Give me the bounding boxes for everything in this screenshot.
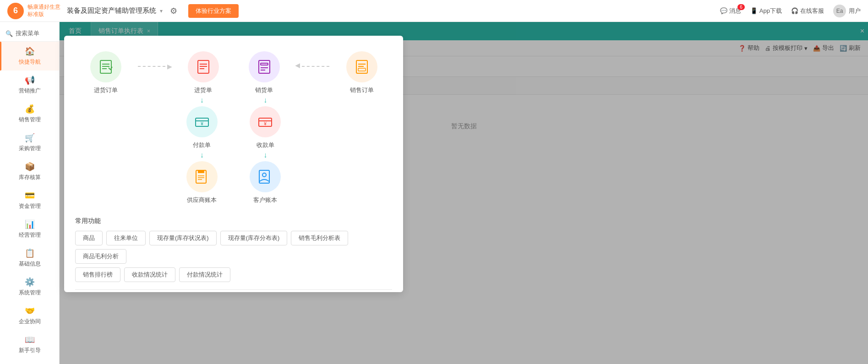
sales-order-circle	[346, 51, 377, 82]
operations-icon: 📊	[25, 219, 35, 229]
top-bar: 6 畅康通好生意 标准版 装备及固定资产辅助管理系统 ▾ ⚙ 体验行业方案 💬 …	[0, 0, 868, 22]
payment-bill-circle: ¥	[186, 106, 218, 137]
newbie-icon: 📖	[25, 335, 35, 345]
search-label: 搜索菜单	[16, 29, 39, 38]
sidebar-item-enterprise[interactable]: 🤝 企业协同	[0, 301, 59, 330]
sidebar-search[interactable]: 🔍 搜索菜单	[0, 26, 59, 42]
arrow-left-icon: ▶	[295, 63, 300, 70]
sales-icon: 💰	[25, 104, 35, 114]
marketing-icon: 📢	[25, 75, 35, 85]
sidebar-item-newbie[interactable]: 📖 新手引导	[0, 330, 59, 359]
svg-text:¥: ¥	[200, 121, 203, 126]
flow-node-payment-bill[interactable]: ¥ 付款单	[170, 106, 234, 149]
flow-node-supplier-account[interactable]: 供应商账本	[170, 161, 234, 204]
flow-node-sales-order[interactable]: 销售订单	[331, 51, 392, 94]
system-title: 装备及固定资产辅助管理系统	[67, 6, 156, 15]
svg-rect-23	[198, 170, 204, 173]
sidebar-item-basic-info[interactable]: 📋 基础信息	[0, 244, 59, 272]
sidebar-item-quick-nav[interactable]: 🏠 快捷导航	[0, 42, 59, 71]
func-btn-sales-ranking[interactable]: 销售排行榜	[75, 267, 120, 282]
settings-icon[interactable]: ⚙	[170, 6, 177, 16]
sales-order-label: 销售订单	[350, 86, 374, 94]
customer-account-circle	[250, 161, 281, 192]
common-functions-section: 常用功能 商品 往来单位 现存量(库存状况表) 现存量(库存分布表) 销售毛利分…	[75, 213, 392, 289]
supplier-account-circle	[186, 161, 218, 192]
svg-rect-8	[259, 60, 270, 73]
sidebar: 🔍 搜索菜单 🏠 快捷导航 📢 营销推广 💰 销售管理 🛒 采购管理 📦 库存核…	[0, 22, 60, 364]
func-btn-stock-dist[interactable]: 现存量(库存分布表)	[220, 231, 288, 245]
user-label: 用户	[849, 7, 861, 15]
payment-bill-label: 付款单	[193, 141, 211, 149]
sales-bill-label: 销货单	[255, 86, 273, 94]
func-btn-sales-profit[interactable]: 销售毛利分析表	[291, 231, 348, 245]
sidebar-item-purchase[interactable]: 🛒 采购管理	[0, 128, 59, 157]
sidebar-item-operations[interactable]: 📊 经营管理	[0, 215, 59, 244]
svg-text:¥: ¥	[263, 121, 267, 126]
purchase-order-circle	[90, 51, 121, 82]
sidebar-label-newbie: 新手引导	[19, 347, 41, 354]
svg-rect-15	[358, 68, 366, 71]
arrow-sales-order-to-bill: ▶	[295, 63, 331, 83]
supplier-account-label: 供应商账本	[187, 196, 217, 204]
trial-button[interactable]: 体验行业方案	[188, 4, 239, 18]
func-btn-product[interactable]: 商品	[75, 231, 103, 245]
func-btn-partner[interactable]: 往来单位	[106, 231, 146, 245]
scroll-right-icon[interactable]: ▶	[384, 292, 388, 292]
user-menu[interactable]: Ea 用户	[833, 5, 861, 17]
sidebar-item-system[interactable]: ⚙️ 系统管理	[0, 272, 59, 301]
down-arrows-row-2: ↓ ↓	[75, 149, 392, 161]
purchase-bill-label: 进货单	[194, 86, 212, 94]
flow-row-1: 进货订单 ▶	[75, 51, 392, 94]
receipt-bill-circle: ¥	[250, 106, 281, 137]
online-service-button[interactable]: 🎧 在线客服	[791, 7, 824, 15]
finance-icon: 💳	[25, 190, 35, 201]
basic-info-icon: 📋	[25, 248, 35, 258]
down-arrow-receipt: ↓	[234, 149, 297, 161]
down-arrow-sales: ↓	[234, 94, 297, 106]
func-btn-product-profit[interactable]: 商品毛利分析	[75, 249, 126, 264]
sidebar-label-operations: 经营管理	[19, 231, 41, 239]
flow-node-customer-account[interactable]: 客户账本	[234, 161, 297, 204]
user-avatar: Ea	[833, 5, 846, 17]
app-download-button[interactable]: 📱 App下载	[750, 7, 782, 15]
flow-node-purchase-order[interactable]: 进货订单	[75, 51, 136, 94]
search-icon: 🔍	[5, 30, 13, 37]
sidebar-label-inventory: 库存核算	[19, 174, 41, 181]
flow-node-purchase-bill[interactable]: 进货单	[173, 51, 234, 94]
arrow-purchase-order-to-bill: ▶	[136, 63, 173, 83]
scroll-left-icon[interactable]: ◀	[79, 292, 83, 292]
flow-row-2: ¥ 付款单 ¥ 收款单	[75, 106, 392, 149]
sidebar-label-system: 系统管理	[19, 289, 41, 297]
func-buttons-row-2: 销售排行榜 收款情况统计 付款情况统计	[75, 267, 392, 282]
enterprise-icon: 🤝	[25, 306, 35, 316]
sidebar-item-inventory[interactable]: 📦 库存核算	[0, 157, 59, 186]
popup-overlay[interactable]: 进货订单 ▶	[60, 22, 868, 364]
purchase-bill-circle	[188, 51, 219, 82]
func-btn-receipt-stats[interactable]: 收款情况统计	[124, 267, 175, 282]
flow-node-receipt-bill[interactable]: ¥ 收款单	[234, 106, 297, 149]
flow-diagram: 进货订单 ▶	[75, 47, 392, 213]
sidebar-label-finance: 资金管理	[19, 202, 41, 210]
sidebar-label-enterprise: 企业协同	[19, 318, 41, 326]
sidebar-item-marketing[interactable]: 📢 营销推广	[0, 71, 59, 99]
sales-bill-circle	[249, 51, 280, 82]
inventory-icon: 📦	[25, 162, 35, 172]
arrow-right-icon: ▶	[167, 63, 172, 70]
dropdown-arrow-icon[interactable]: ▾	[160, 8, 163, 14]
quick-nav-popup: 进货订单 ▶	[64, 36, 403, 292]
func-buttons-row-1: 商品 往来单位 现存量(库存状况表) 现存量(库存分布表) 销售毛利分析表 商品…	[75, 231, 392, 264]
customer-account-label: 客户账本	[253, 196, 277, 204]
func-btn-stock-status[interactable]: 现存量(库存状况表)	[149, 231, 217, 245]
logo-text: 畅康通好生意 标准版	[27, 4, 60, 18]
home-icon: 🏠	[25, 46, 35, 56]
down-arrow-purchase: ↓	[170, 94, 234, 106]
system-title-area: 装备及固定资产辅助管理系统 ▾ ⚙ 体验行业方案	[67, 4, 720, 18]
message-badge: 6	[737, 4, 745, 10]
phone-icon: 📱	[750, 7, 758, 14]
svg-point-28	[262, 173, 266, 177]
message-button[interactable]: 💬 消息 6	[720, 7, 741, 15]
func-btn-payment-stats[interactable]: 付款情况统计	[179, 267, 230, 282]
sidebar-item-finance[interactable]: 💳 资金管理	[0, 186, 59, 215]
sidebar-item-sales[interactable]: 💰 销售管理	[0, 99, 59, 128]
flow-node-sales-bill[interactable]: 销货单	[234, 51, 295, 94]
